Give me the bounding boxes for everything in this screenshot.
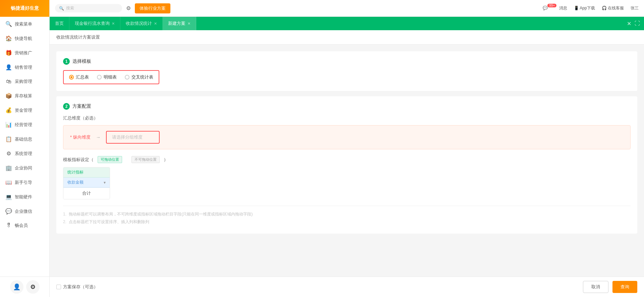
main-area: 🔍 搜索 ⚙ 体验行业方案 💬 99+ 消息 📱 App下载 🎧 在线客服 张三… [50, 0, 644, 297]
tab-bank-label: 现金银行流水查询 [75, 20, 110, 27]
sidebar-item-label: 基础信息 [15, 136, 32, 142]
sidebar-item-label: 库存核算 [15, 93, 32, 99]
content-area: 收款情况统计方案设置 1 选择模板 汇总表 明细表 [50, 30, 644, 297]
sidebar-item-label: 畅会员 [15, 222, 28, 229]
sidebar-item-marketing[interactable]: 🎁 营销推广 [0, 46, 49, 60]
hint-1: 1. 拖动标题栏可以调整布局，不可跨维度或指标区域拖动栏目字段(只能在同一维度或… [63, 211, 631, 217]
message-area[interactable]: 💬 99+ 消息 [543, 5, 567, 11]
sidebar-item-guide[interactable]: 📖 新手引导 [0, 175, 49, 190]
sidebar-avatar[interactable]: 👤 [10, 280, 23, 294]
user-name[interactable]: 张三 [631, 5, 639, 11]
topbar: 🔍 搜索 ⚙ 体验行业方案 💬 99+ 消息 📱 App下载 🎧 在线客服 张三 [50, 0, 644, 17]
sidebar-item-inventory[interactable]: 📦 库存核算 [0, 89, 49, 103]
dimension-box: 纵向维度 → 请选择分组维度 [63, 125, 631, 149]
sidebar-item-label: 销售管理 [15, 64, 32, 70]
dimension-placeholder: 请选择分组维度 [112, 135, 143, 140]
hardware-icon: 💻 [5, 194, 12, 200]
sidebar-item-wechat[interactable]: 💬 企业微信 [0, 204, 49, 218]
tab-new-plan[interactable]: 新建方案 ✕ [163, 17, 196, 30]
box-icon: 📦 [5, 93, 12, 99]
step1-title: 1 选择模板 [63, 58, 631, 65]
chevron-down-icon[interactable]: ▾ [104, 180, 106, 185]
cancel-button[interactable]: 取消 [583, 281, 608, 293]
radio-cross-circle [125, 75, 129, 80]
query-button[interactable]: 查询 [612, 281, 637, 293]
sidebar-item-label: 采购管理 [15, 79, 32, 85]
tab-home[interactable]: 首页 [50, 17, 69, 30]
tab-new-plan-close[interactable]: ✕ [187, 21, 191, 26]
tab-bank-close[interactable]: ✕ [112, 21, 115, 26]
draggable-tag-label: 可拖动位置 [101, 157, 119, 162]
sidebar-item-sales[interactable]: 👤 销售管理 [0, 60, 49, 75]
dimension-title: 汇总维度（必选） [63, 115, 631, 121]
sidebar-item-capital[interactable]: 💰 资金管理 [0, 103, 49, 117]
topbar-right: 💬 99+ 消息 📱 App下载 🎧 在线客服 张三 [543, 5, 639, 11]
dimension-row: 纵向维度 → 请选择分组维度 [70, 131, 624, 144]
industry-btn[interactable]: 体验行业方案 [135, 3, 170, 13]
sidebar-item-label: 快捷导航 [15, 36, 32, 42]
radio-cross[interactable]: 交叉统计表 [125, 74, 153, 80]
arrow-icon: → [96, 135, 101, 140]
support-area[interactable]: 🎧 在线客服 [602, 5, 624, 11]
sidebar-bottom: 👤 ⚙ [0, 277, 49, 297]
page-breadcrumb: 收款情况统计方案设置 [50, 30, 644, 45]
settings-icon[interactable]: ⚙ [126, 5, 131, 11]
tab-stats-label: 收款情况统计 [126, 20, 152, 27]
download-icon: 📱 [574, 6, 579, 10]
tab-stats[interactable]: 收款情况统计 ✕ [120, 17, 163, 30]
sidebar-item-purchase[interactable]: 🛍 采购管理 [0, 75, 49, 89]
building-icon: 🏢 [5, 165, 12, 171]
sidebar-item-label: 搜索菜单 [15, 21, 32, 27]
sidebar-item-hardware[interactable]: 💻 智能硬件 [0, 190, 49, 204]
sidebar-item-quick-nav[interactable]: 🏠 快捷导航 [0, 31, 49, 46]
metrics-metric-row[interactable]: 收款金额 ▾ [63, 178, 110, 188]
home-icon: 🏠 [5, 35, 12, 42]
download-area[interactable]: 📱 App下载 [574, 5, 595, 11]
hint-2: 2. 点击标题栏下拉可设置排序、插入列和删除列 [63, 219, 631, 225]
search-box[interactable]: 🔍 搜索 [55, 4, 122, 12]
radio-detail[interactable]: 明细表 [97, 74, 117, 80]
radio-summary-circle [69, 75, 74, 80]
bag-icon: 🛍 [5, 79, 12, 85]
step2-section: 2 方案配置 汇总维度（必选） 纵向维度 → 请选择分组维度 [56, 96, 637, 234]
logo-text: 畅捷通好生意 [11, 5, 39, 11]
template-options: 汇总表 明细表 交叉统计表 [63, 70, 159, 84]
hint-2-num: 2. [63, 219, 66, 224]
search-placeholder-text: 搜索 [66, 5, 74, 11]
hint-1-num: 1. [63, 212, 66, 216]
user-icon: 👤 [5, 64, 12, 70]
save-option: 方案保存（可选） [56, 284, 98, 290]
dimension-select[interactable]: 请选择分组维度 [106, 131, 160, 144]
sidebar-item-operation[interactable]: 📊 经营管理 [0, 117, 49, 132]
sidebar-item-label: 资金管理 [15, 107, 32, 113]
sidebar-settings[interactable]: ⚙ [26, 280, 40, 294]
book-icon: 📖 [5, 179, 12, 186]
step1-section: 1 选择模板 汇总表 明细表 交叉统计表 [56, 51, 637, 91]
support-icon: 🎧 [602, 6, 607, 10]
metrics-header: 模板指标设定（ 可拖动位置 不可拖动位置 ） [63, 156, 631, 163]
tab-close-all-icon[interactable]: ✕ [627, 20, 631, 27]
hint-1-text: 拖动标题栏可以调整布局，不可跨维度或指标区域拖动栏目字段(只能在同一维度或指标区… [69, 212, 253, 216]
sidebar-item-label: 新手引导 [15, 180, 32, 186]
message-icon: 💬 [543, 6, 548, 10]
radio-summary[interactable]: 汇总表 [69, 74, 89, 80]
tab-bank[interactable]: 现金银行流水查询 ✕ [69, 17, 120, 30]
bottom-actions: 取消 查询 [583, 281, 637, 293]
sidebar-item-system[interactable]: ⚙ 系统管理 [0, 146, 49, 161]
tab-bar: 首页 现金银行流水查询 ✕ 收款情况统计 ✕ 新建方案 ✕ ✕ ⛶ [50, 17, 644, 30]
metrics-close-paren: ） [164, 157, 168, 163]
tab-new-plan-label: 新建方案 [168, 20, 185, 27]
support-label: 在线客服 [608, 6, 624, 10]
tab-expand-icon[interactable]: ⛶ [635, 20, 640, 27]
save-checkbox[interactable] [56, 285, 61, 289]
sidebar-item-search-menu[interactable]: 🔍 搜索菜单 [0, 17, 49, 31]
tab-stats-close[interactable]: ✕ [154, 21, 157, 26]
app-logo: 畅捷通好生意 [0, 0, 49, 17]
chat-icon: 💬 [5, 208, 12, 214]
hints-area: 1. 拖动标题栏可以调整布局，不可跨维度或指标区域拖动栏目字段(只能在同一维度或… [63, 206, 631, 225]
sidebar-item-enterprise[interactable]: 🏢 企业协同 [0, 161, 49, 175]
metric-name-label: 收款金额 [67, 180, 84, 185]
search-menu-icon: 🔍 [5, 21, 12, 27]
sidebar-item-basic[interactable]: 📋 基础信息 [0, 132, 49, 146]
sidebar-item-member[interactable]: 🎖 畅会员 [0, 218, 49, 233]
